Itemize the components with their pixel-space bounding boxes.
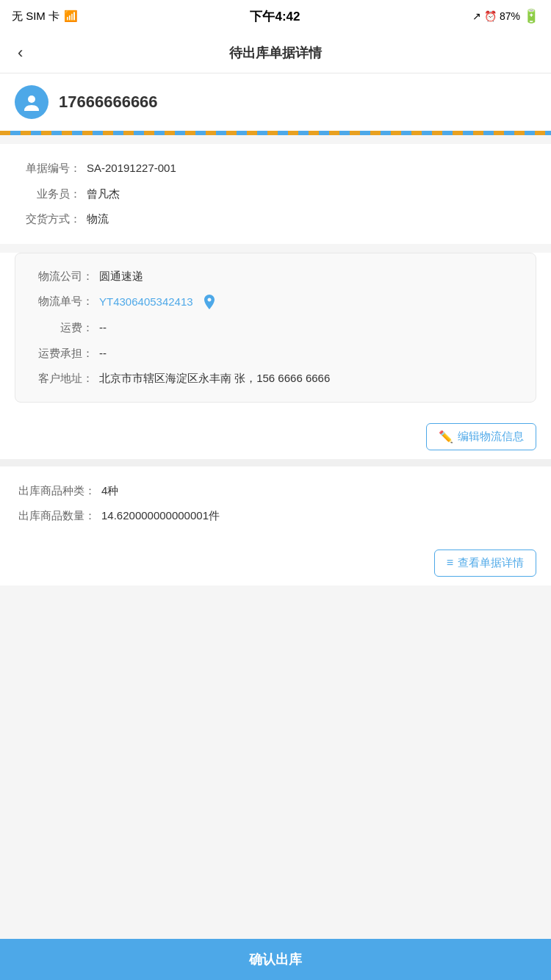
edit-logistics-label: 编辑物流信息 xyxy=(458,430,524,444)
view-details-button[interactable]: ≡ 查看单据详情 xyxy=(434,550,536,577)
order-info-section: 单据编号： SA-20191227-001 业务员： 曾凡杰 交货方式： 物流 xyxy=(0,144,551,244)
status-bar: 无 SIM 卡 📶 下午4:42 ↗ ⏰ 87% 🔋 xyxy=(0,0,551,32)
freight-value: -- xyxy=(99,320,524,336)
freight-row: 运费： -- xyxy=(27,315,524,341)
salesman-value: 曾凡杰 xyxy=(87,186,536,203)
svg-point-0 xyxy=(28,96,35,103)
delivery-row: 交货方式： 物流 xyxy=(15,206,536,232)
view-details-label: 查看单据详情 xyxy=(458,556,524,570)
product-quantity-label: 出库商品数量： xyxy=(15,508,96,525)
battery-icon: 🔋 xyxy=(523,8,539,24)
company-row: 物流公司： 圆通速递 xyxy=(27,264,524,289)
tracking-value-row: YT43064053424​13 xyxy=(99,293,524,311)
product-types-label: 出库商品种类： xyxy=(15,483,96,500)
company-value: 圆通速递 xyxy=(99,268,524,285)
customer-phone: 17666666666 xyxy=(59,93,158,112)
avatar xyxy=(15,85,48,119)
status-right: ↗ ⏰ 87% 🔋 xyxy=(472,8,539,24)
view-details-section: ≡ 查看单据详情 xyxy=(0,541,551,586)
dashed-divider xyxy=(0,131,551,135)
gray-separator xyxy=(0,459,551,466)
product-quantity-row: 出库商品数量： 14.620000000000001件 xyxy=(15,503,536,529)
confirm-outbound-button[interactable]: 确认出库 xyxy=(0,951,551,968)
freight-bearer-value: -- xyxy=(99,345,524,362)
confirm-btn-wrapper: 确认出库 xyxy=(0,939,551,980)
address-label: 客户地址： xyxy=(27,370,93,387)
content-spacer xyxy=(0,586,551,732)
location-icon: ↗ xyxy=(472,10,481,22)
logistics-section: 物流公司： 圆通速递 物流单号： YT43064053424​13 运费： --… xyxy=(0,253,551,414)
edit-logistics-button[interactable]: ✏️ 编辑物流信息 xyxy=(426,423,536,450)
company-label: 物流公司： xyxy=(27,268,93,285)
edit-logistics-section: ✏️ 编辑物流信息 xyxy=(0,414,551,459)
salesman-row: 业务员： 曾凡杰 xyxy=(15,181,536,207)
delivery-label: 交货方式： xyxy=(15,211,81,228)
wifi-icon: 📶 xyxy=(64,10,78,23)
carrier-label: 无 SIM 卡 xyxy=(12,10,60,24)
address-value: 北京市市辖区海淀区永丰南 张，156 6666 6666 xyxy=(99,370,524,387)
tracking-row: 物流单号： YT43064053424​13 xyxy=(27,289,524,315)
product-quantity-value: 14.620000000000001件 xyxy=(101,508,536,525)
freight-label: 运费： xyxy=(27,320,93,336)
edit-icon: ✏️ xyxy=(439,430,453,444)
back-button[interactable]: ‹ xyxy=(12,37,29,68)
order-no-row: 单据编号： SA-20191227-001 xyxy=(15,156,536,181)
document-icon: ≡ xyxy=(447,556,453,569)
delivery-value: 物流 xyxy=(87,211,536,228)
freight-bearer-label: 运费承担： xyxy=(27,345,93,362)
nav-bar: ‹ 待出库单据详情 xyxy=(0,32,551,73)
alarm-icon: ⏰ xyxy=(484,10,497,22)
status-left: 无 SIM 卡 📶 xyxy=(12,10,78,24)
status-time: 下午4:42 xyxy=(250,8,300,25)
product-types-row: 出库商品种类： 4种 xyxy=(15,478,536,504)
tracking-no: YT43064053424​13 xyxy=(99,294,193,311)
product-types-value: 4种 xyxy=(101,483,536,500)
battery-label: 87% xyxy=(500,10,520,22)
page-title: 待出库单据详情 xyxy=(229,44,322,62)
salesman-label: 业务员： xyxy=(15,186,81,203)
products-section: 出库商品种类： 4种 出库商品数量： 14.620000000000001件 xyxy=(0,466,551,541)
customer-header: 17666666666 xyxy=(0,73,551,131)
logistics-card: 物流公司： 圆通速递 物流单号： YT43064053424​13 运费： --… xyxy=(15,253,536,403)
location-pin-icon[interactable] xyxy=(201,293,218,311)
address-row: 客户地址： 北京市市辖区海淀区永丰南 张，156 6666 6666 xyxy=(27,366,524,392)
order-no-label: 单据编号： xyxy=(15,160,81,177)
freight-bearer-row: 运费承担： -- xyxy=(27,341,524,367)
tracking-label: 物流单号： xyxy=(27,293,93,310)
order-no-value: SA-20191227-001 xyxy=(87,160,536,177)
